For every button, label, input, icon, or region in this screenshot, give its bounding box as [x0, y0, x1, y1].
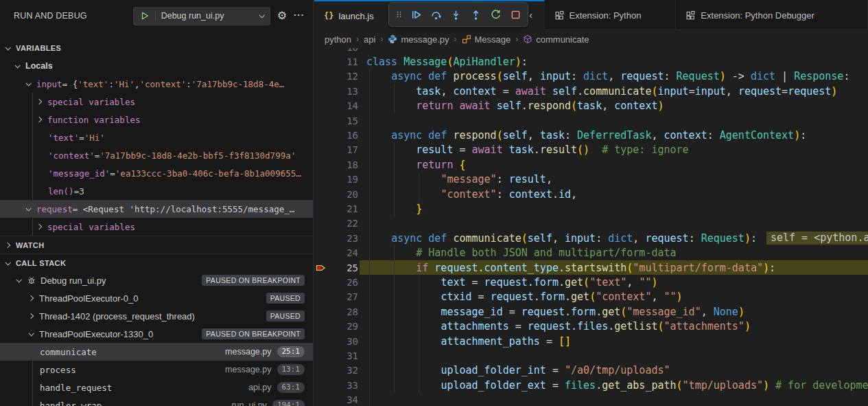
paused-breakpoint-arrow-icon[interactable]: [314, 262, 332, 273]
indent-guide: [369, 172, 370, 187]
step-into-button[interactable]: [447, 4, 465, 25]
indent-guide: [419, 304, 419, 319]
var-context[interactable]: 'context' = '7a17bb9c-18d8-4e2b-bbf5-f3f…: [0, 146, 313, 164]
thread-threadpoolexecutor-1330-0[interactable]: ThreadPoolExecutor-1330_0PAUSED ON BREAK…: [0, 325, 313, 343]
editor-gutter[interactable]: 13: [314, 84, 360, 98]
editor-gutter[interactable]: 31: [314, 348, 360, 363]
chevron-right-icon[interactable]: [5, 242, 10, 247]
toolbar-drag-handle: [392, 4, 406, 25]
editor-gutter[interactable]: 26: [314, 275, 360, 289]
start-debug-icon[interactable]: [140, 11, 150, 21]
breadcrumb-item-communicate[interactable]: communicate: [523, 34, 589, 45]
editor-gutter[interactable]: 20: [314, 187, 360, 201]
tab-overflow-chevron-icon[interactable]: ‹: [529, 9, 532, 21]
code-editor[interactable]: 1011class Message(ApiHandler):12 async d…: [314, 48, 868, 406]
chevron-right-icon[interactable]: [36, 117, 42, 122]
step-out-button[interactable]: [467, 4, 485, 25]
breadcrumb-item-python[interactable]: python: [325, 34, 351, 45]
session-debug-run-ui[interactable]: Debug run_ui.pyPAUSED ON BREAKPOINT: [0, 271, 313, 289]
tab-extension-python-debugger[interactable]: Extension: Python Debugger: [676, 0, 868, 30]
editor-gutter[interactable]: 25: [314, 260, 360, 275]
tab-label: Extension: Python: [570, 10, 642, 21]
thread-1402[interactable]: Thread-1402 (process_request_thread)PAUS…: [0, 307, 313, 325]
chevron-right-icon[interactable]: [28, 313, 34, 319]
var-special-variables[interactable]: special variables: [0, 93, 313, 111]
indent-guide: [32, 146, 33, 164]
editor-gutter[interactable]: 32: [314, 363, 360, 378]
thread-threadpoolexecutor-0-0[interactable]: ThreadPoolExecutor-0_0PAUSED: [0, 289, 313, 307]
status-badge: PAUSED: [266, 311, 305, 322]
chevron-down-icon[interactable]: [28, 330, 34, 336]
var-request-special[interactable]: special variables: [0, 218, 313, 236]
frame-process[interactable]: processmessage.py13:1: [0, 361, 313, 379]
var-input[interactable]: input = {'text': 'Hi', 'context': '7a17b…: [0, 75, 313, 93]
frame-handler-wrap[interactable]: handler_wraprun_ui.py194:1: [0, 396, 313, 406]
chevron-down-icon[interactable]: [25, 80, 31, 86]
editor-gutter[interactable]: 24: [314, 245, 360, 260]
code-line: 15: [314, 113, 868, 128]
restart-button[interactable]: [486, 4, 505, 25]
editor-gutter[interactable]: 14: [314, 99, 360, 113]
more-actions-icon[interactable]: ···: [294, 10, 305, 22]
indent-guide: [394, 334, 395, 348]
scope-locals[interactable]: Locals: [0, 57, 313, 75]
breadcrumb-item-message[interactable]: Message: [462, 34, 511, 45]
launch-config-select[interactable]: Debug run_ui.py: [133, 7, 270, 25]
editor-gutter[interactable]: 10: [314, 48, 360, 54]
chevron-down-icon[interactable]: [5, 45, 10, 50]
editor-gutter[interactable]: 21: [314, 201, 360, 216]
var-request[interactable]: request = <Request 'http://localhost:555…: [0, 200, 313, 218]
step-over-button[interactable]: [427, 4, 445, 25]
editor-gutter[interactable]: 11: [314, 54, 360, 69]
section-watch[interactable]: WATCH: [0, 236, 313, 253]
chevron-down-icon[interactable]: [16, 277, 21, 282]
breadcrumb-separator: ›: [453, 34, 458, 44]
var-len[interactable]: len() = 3: [0, 182, 313, 200]
editor-gutter[interactable]: 28: [314, 304, 360, 319]
line-number: 27: [332, 291, 358, 302]
editor-gutter[interactable]: 19: [314, 172, 360, 187]
chevron-right-icon[interactable]: [36, 224, 42, 229]
breadcrumb-item-message-py[interactable]: message.py: [388, 34, 449, 45]
editor-gutter[interactable]: 23: [314, 231, 360, 245]
stop-button[interactable]: [506, 4, 525, 25]
editor-gutter[interactable]: 15: [314, 113, 360, 128]
tab-extension-python[interactable]: Extension: Python: [545, 0, 677, 30]
editor-gutter[interactable]: 12: [314, 69, 360, 84]
var-message-id[interactable]: 'message_id' = 'ea133ccc-3ba0-406c-befa-…: [0, 164, 313, 182]
line-number: 31: [332, 350, 358, 361]
editor-gutter[interactable]: 34: [314, 392, 360, 406]
editor-gutter[interactable]: 27: [314, 290, 360, 304]
frame-handle-request[interactable]: handle_requestapi.py63:1: [0, 379, 313, 396]
chevron-down-icon[interactable]: [25, 205, 31, 211]
var-text[interactable]: 'text' = 'Hi': [0, 128, 313, 146]
line-content: class Message(ApiHandler):: [360, 54, 868, 69]
section-call-stack[interactable]: CALL STACK: [0, 253, 313, 271]
tab-label: launch.js: [338, 11, 373, 21]
chevron-down-icon[interactable]: [5, 260, 10, 265]
editor-gutter[interactable]: 33: [314, 378, 360, 392]
indent-guide: [419, 348, 419, 363]
chevron-right-icon[interactable]: [28, 295, 34, 301]
continue-button[interactable]: [407, 4, 425, 25]
line-content: async def communicate(self, input: dict,…: [360, 231, 868, 245]
editor-gutter[interactable]: 29: [314, 319, 360, 333]
indent-guide: [369, 245, 370, 260]
frame-communicate[interactable]: communicatemessage.py25:1: [0, 343, 313, 361]
editor-gutter[interactable]: 17: [314, 143, 360, 157]
chevron-down-icon[interactable]: [14, 63, 20, 68]
editor-gutter[interactable]: 22: [314, 216, 360, 231]
editor-gutter[interactable]: 18: [314, 157, 360, 172]
debug-tree: VARIABLESLocalsinput = {'text': 'Hi', 'c…: [0, 32, 313, 406]
section-variables[interactable]: VARIABLES: [0, 39, 313, 57]
section-label: WATCH: [16, 241, 45, 249]
editor-gutter[interactable]: 30: [314, 334, 360, 348]
breadcrumb-item-api[interactable]: api: [364, 34, 375, 45]
gear-icon[interactable]: ⚙: [277, 10, 287, 21]
var-function-variables[interactable]: function variables: [0, 111, 313, 128]
row-label: ThreadPoolExecutor-1330_0: [39, 329, 153, 339]
indent-guide: [32, 218, 33, 236]
editor-gutter[interactable]: 16: [314, 128, 360, 142]
chevron-right-icon[interactable]: [36, 99, 42, 104]
extension-icon: [685, 10, 696, 21]
